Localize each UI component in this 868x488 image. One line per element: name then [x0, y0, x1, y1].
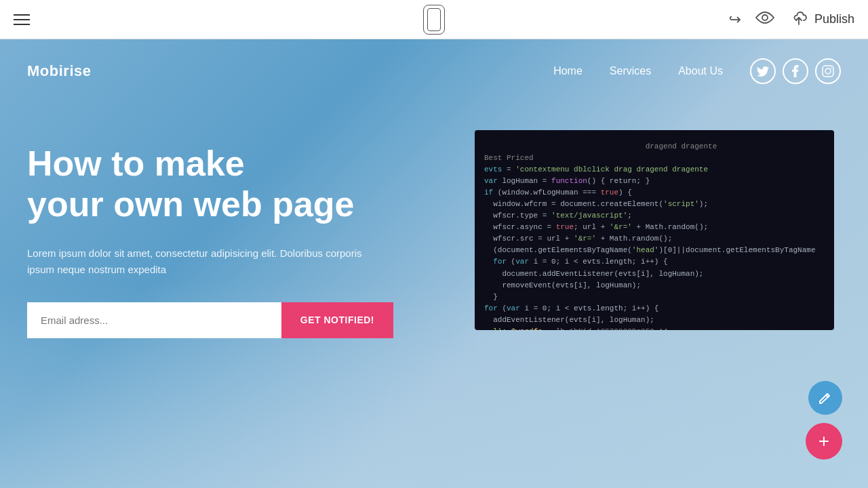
toolbar-left	[14, 14, 30, 25]
instagram-icon[interactable]	[815, 58, 841, 84]
hero-title: How to make your own web page	[27, 144, 448, 225]
add-fab-button[interactable]: +	[806, 423, 842, 460]
social-icons-group	[750, 58, 841, 84]
nav-home[interactable]: Home	[553, 65, 583, 77]
svg-point-3	[825, 68, 831, 74]
hero-text-block: How to make your own web page Lorem ipsu…	[27, 144, 448, 338]
toolbar-right: ↩ Publish	[729, 9, 854, 30]
publish-label: Publish	[814, 12, 854, 26]
hero-subtitle: Lorem ipsum dolor sit amet, consectetur …	[27, 245, 380, 278]
site-navigation: Mobirise Home Services About Us	[0, 39, 868, 103]
email-form: GET NOTIFIED!	[27, 302, 393, 338]
mobile-view-button[interactable]	[423, 5, 445, 35]
svg-rect-2	[823, 66, 833, 77]
cloud-upload-icon	[789, 9, 809, 30]
hero-content: How to make your own web page Lorem ipsu…	[0, 103, 868, 338]
site-logo: Mobirise	[27, 62, 91, 80]
nav-services[interactable]: Services	[610, 65, 651, 77]
svg-point-0	[762, 15, 768, 20]
notify-button[interactable]: GET NOTIFIED!	[281, 302, 393, 338]
phone-screen-icon	[427, 8, 441, 31]
edit-fab-button[interactable]	[808, 381, 842, 415]
nav-about[interactable]: About Us	[678, 65, 723, 77]
email-input[interactable]	[27, 302, 281, 338]
code-image-panel: dragend dragente Best Priced evts = 'con…	[475, 130, 834, 330]
plus-icon: +	[818, 432, 829, 451]
facebook-icon[interactable]	[783, 58, 808, 84]
hamburger-menu-button[interactable]	[14, 14, 30, 25]
preview-area: Mobirise Home Services About Us	[0, 39, 868, 488]
svg-point-4	[831, 68, 832, 69]
undo-button[interactable]: ↩	[729, 11, 741, 28]
site-nav-right: Home Services About Us	[553, 58, 841, 84]
code-block: dragend dragente Best Priced evts = 'con…	[475, 130, 834, 330]
toolbar-center	[423, 5, 445, 35]
publish-button[interactable]: Publish	[789, 9, 854, 30]
twitter-icon[interactable]	[750, 58, 776, 84]
eye-icon[interactable]	[755, 10, 775, 29]
toolbar: ↩ Publish	[0, 0, 868, 39]
